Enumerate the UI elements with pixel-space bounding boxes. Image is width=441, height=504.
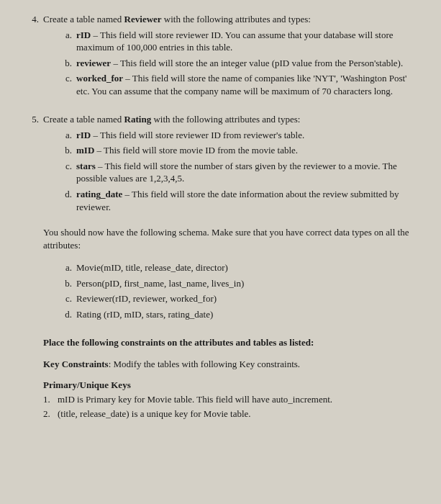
q4-intro: Create a table named Reviewer with the f…	[43, 13, 419, 26]
list-item: a. rID – This field will store reviewer …	[62, 29, 419, 54]
list-item: 2. (title, release_date) is a unique key…	[43, 408, 419, 420]
list-item: b. reviewer – This field will store the …	[62, 57, 419, 70]
item-marker: a.	[62, 261, 76, 274]
field-name: mID	[76, 145, 94, 156]
field-name: stars	[76, 161, 96, 171]
schema-text: Reviewer(rID, reviewer, worked_for)	[76, 292, 419, 305]
key-constraints-rest: : Modify the tables with following Key c…	[109, 359, 300, 369]
q5-intro-pre: Create a table named	[43, 114, 124, 125]
field-desc: – This field will store reviewer ID. You…	[76, 30, 394, 53]
key-constraints-label: Key Constraints	[43, 359, 109, 369]
item-marker: b.	[62, 57, 76, 70]
q5-intro-bold: Rating	[124, 114, 152, 125]
field-desc: – This field will store the name of comp…	[76, 73, 406, 96]
list-item: a. Movie(mID, title, release_date, direc…	[62, 261, 419, 274]
item-marker: d.	[62, 188, 76, 213]
field-name: reviewer	[76, 58, 111, 68]
field-name: rID	[76, 30, 91, 40]
field-desc: – This field will store reviewer ID from…	[91, 130, 304, 140]
list-item: b. mID – This field will store movie ID …	[62, 144, 419, 157]
field-name: worked_for	[76, 73, 123, 84]
item-content: rID – This field will store reviewer ID …	[76, 129, 419, 142]
field-desc: – This field will store movie ID from th…	[94, 145, 298, 156]
list-item: b. Person(pID, first_name, last_name, li…	[62, 277, 419, 290]
item-marker: d.	[62, 308, 76, 321]
q4-sublist: a. rID – This field will store reviewer …	[62, 29, 419, 98]
q5-intro-post: with the following attributes and types:	[151, 114, 300, 125]
field-desc: – This field will store the number of st…	[76, 161, 397, 184]
item-marker: 1.	[43, 393, 58, 406]
q4-intro-pre: Create a table named	[43, 14, 124, 24]
item-content: rating_date – This field will store the …	[76, 188, 419, 213]
list-item: c. stars – This field will store the num…	[62, 160, 419, 185]
item-marker: c.	[62, 292, 76, 305]
list-item: c. Reviewer(rID, reviewer, worked_for)	[62, 292, 419, 305]
item-marker: a.	[62, 29, 76, 54]
key-text: (title, release_date) is a unique key fo…	[58, 408, 251, 420]
field-desc: – This field will store the date informa…	[76, 189, 399, 212]
schema-intro: You should now have the following schema…	[43, 226, 419, 251]
question-5: 5. Create a table named Rating with the …	[27, 113, 419, 126]
list-item: c. worked_for – This field will store th…	[62, 72, 419, 97]
field-desc: – This field will store the an integer v…	[111, 58, 403, 68]
item-content: worked_for – This field will store the n…	[76, 72, 419, 97]
item-marker: 2.	[43, 408, 58, 420]
q5-sublist: a. rID – This field will store reviewer …	[62, 129, 419, 213]
list-item: d. rating_date – This field will store t…	[62, 188, 419, 213]
primary-unique-keys-header: Primary/Unique Keys	[43, 379, 419, 392]
question-4: 4. Create a table named Reviewer with th…	[27, 13, 419, 26]
item-content: rID – This field will store reviewer ID.…	[76, 29, 419, 54]
schema-text: Movie(mID, title, release_date, director…	[76, 261, 419, 274]
constraints-line2: Key Constraints: Modify the tables with …	[43, 358, 419, 371]
item-content: mID – This field will store movie ID fro…	[76, 144, 419, 157]
field-name: rID	[76, 130, 91, 140]
list-item: 1. mID is Primary key for Movie table. T…	[43, 393, 419, 406]
constraints-line1: Place the following constraints on the a…	[43, 336, 419, 349]
schema-text: Rating (rID, mID, stars, rating_date)	[76, 308, 419, 321]
field-name: rating_date	[76, 189, 122, 199]
q4-intro-post: with the following attributes and types:	[162, 14, 311, 24]
q4-intro-bold: Reviewer	[124, 14, 162, 24]
item-marker: c.	[62, 160, 76, 185]
item-marker: b.	[62, 277, 76, 290]
q4-marker: 4.	[27, 13, 43, 26]
item-content: reviewer – This field will store the an …	[76, 57, 419, 70]
item-marker: a.	[62, 129, 76, 142]
q5-marker: 5.	[27, 113, 43, 126]
schema-text: Person(pID, first_name, last_name, lives…	[76, 277, 419, 290]
item-marker: b.	[62, 144, 76, 157]
item-marker: c.	[62, 72, 76, 97]
list-item: a. rID – This field will store reviewer …	[62, 129, 419, 142]
schema-list: a. Movie(mID, title, release_date, direc…	[62, 261, 419, 320]
list-item: d. Rating (rID, mID, stars, rating_date)	[62, 308, 419, 321]
item-content: stars – This field will store the number…	[76, 160, 419, 185]
constraints-block: Place the following constraints on the a…	[43, 336, 419, 420]
q5-intro: Create a table named Rating with the fol…	[43, 113, 419, 126]
key-text: mID is Primary key for Movie table. This…	[58, 393, 332, 406]
